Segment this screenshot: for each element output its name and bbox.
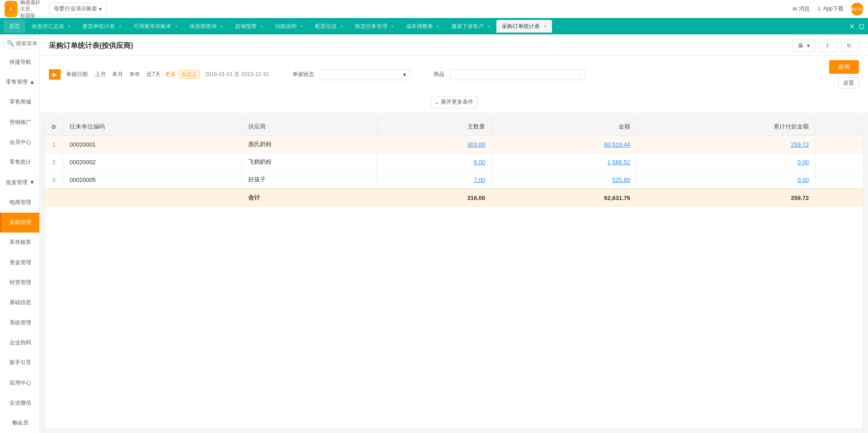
tab-shoufacun[interactable]: 收发存汇总表 × [26, 20, 76, 33]
top-right-area: ✉ 消息 ⇩ App下载 demo2 [793, 3, 863, 15]
expand-conditions-button[interactable]: ⌄ 展开更多条件 [430, 96, 477, 108]
logo-area: 6 畅捷通好生意 标题版 [5, 0, 44, 19]
tab-peizhi[interactable]: 配置信息 × [310, 20, 349, 33]
sidebar-item-caigou[interactable]: 采购管理 [0, 213, 39, 233]
custom-date-tag[interactable]: 自定义 [179, 70, 200, 79]
tab-kuyongliang[interactable]: 可用量库存账本 × [128, 20, 183, 33]
lingshojtj-label: 零售统计 [9, 158, 31, 166]
xitong-label: 系统管理 [9, 319, 31, 327]
search-input[interactable] [16, 40, 40, 47]
main-layout: 🔍 快捷导航 零售管理 ▲ 零售商城 营销推广 会员中心 零售统计 批发管理 ▼… [0, 34, 868, 433]
sidebar-item-qiyext[interactable]: 企业协同 [0, 333, 39, 352]
tab-home[interactable]: 首页 [4, 20, 25, 33]
tab-close-icon[interactable]: × [487, 24, 490, 29]
sidebar-item-changhuy[interactable]: 畅会员 [0, 413, 39, 433]
zijin-label: 资金管理 [9, 259, 31, 266]
status-select[interactable]: ▾ [320, 69, 410, 80]
collapse-filter-button[interactable]: ▶ [49, 69, 61, 80]
sidebar-item-yingyong[interactable]: 应用中心 [0, 373, 39, 393]
goods-input[interactable]: ··· [450, 69, 585, 80]
sidebar-item-jingying[interactable]: 经营管理 [0, 272, 39, 292]
jichu-label: 基础信息 [9, 299, 31, 306]
col-supplier: 供应商 [242, 118, 377, 136]
search-wrap: 🔍 [4, 38, 36, 48]
tab-caigou-active[interactable]: 采购订单统计表 × [496, 20, 552, 33]
table-row: 1 00020001 惠氏奶粉 303.00 60,519.44 259.72 [45, 136, 863, 153]
sidebar-item-dianshang[interactable]: 电商管理 [0, 192, 39, 212]
col-extra [816, 118, 863, 136]
table-header: ⚙ 往来单位编码 供应商 主数量 金额 累计付款金额 [45, 118, 863, 136]
row-qty: 7.00 [377, 171, 492, 189]
sidebar-item-qiyewx[interactable]: 企业微信 [0, 393, 39, 413]
query-button[interactable]: 查询 [829, 60, 859, 74]
shortcut-this-year[interactable]: 本年 [127, 70, 142, 79]
shangcheng-label: 零售商城 [9, 98, 31, 106]
tab-chengben[interactable]: 成本调整单 × [401, 20, 445, 33]
xinshou-label: 新手引导 [9, 359, 31, 366]
sidebar-item-zijin[interactable]: 资金管理 [0, 252, 39, 272]
tab-jianhuo[interactable]: 拣货任务管理 × [349, 20, 399, 33]
tab-chaochu[interactable]: 超储预警 × [230, 20, 269, 33]
tab-close-icon[interactable]: × [260, 24, 263, 29]
col-paid: 累计付款金额 [637, 118, 816, 136]
workspace-selector[interactable]: 母婴行业演示账套 ▾ [49, 3, 107, 15]
sidebar-item-huiyuan[interactable]: 会员中心 [0, 132, 39, 152]
print-button[interactable]: 🖶 ▾ [792, 40, 816, 52]
quicknav-label: 快捷导航 [9, 58, 31, 66]
chevron-down-icon: ▾ [403, 71, 406, 78]
goods-more-icon[interactable]: ··· [577, 71, 581, 78]
table-body: 1 00020001 惠氏奶粉 303.00 60,519.44 259.72 … [45, 136, 863, 189]
sidebar-item-xinshou[interactable]: 新手引导 [0, 353, 39, 373]
close-tab-icon[interactable]: ✕ [849, 22, 855, 31]
tab-close-icon[interactable]: × [300, 24, 303, 29]
tab-close-icon[interactable]: × [118, 24, 121, 29]
refresh-button[interactable]: ↻ [841, 40, 859, 52]
sidebar-item-shangcheng[interactable]: 零售商城 [0, 92, 39, 112]
tab-yaoqing[interactable]: 邀请下游客户 × [446, 20, 495, 33]
sidebar-item-xitong[interactable]: 系统管理 [0, 313, 39, 333]
date-range-display: 2016-01-01 至 2023-12-31 [205, 71, 269, 78]
tab-close-icon[interactable]: × [175, 24, 178, 29]
shortcut-this-month[interactable]: 本月 [110, 70, 125, 79]
caigou-label: 采购管理 [9, 219, 31, 226]
tab-gongneng[interactable]: 功能说明 × [269, 20, 308, 33]
app-download-button[interactable]: ⇩ App下载 [817, 5, 844, 13]
row-extra [816, 171, 863, 189]
pifa-label: 批发管理 [6, 179, 28, 186]
tab-yaohuo[interactable]: 要货单统计表 × [77, 20, 127, 33]
sidebar-item-lingshojtj[interactable]: 零售统计 [0, 152, 39, 172]
tab-close-icon[interactable]: × [68, 24, 71, 29]
filter-right-actions: 查询 设置 [829, 60, 859, 89]
row-paid: 259.72 [637, 136, 816, 153]
row-code: 00020005 [63, 171, 242, 189]
sidebar-item-kucun[interactable]: 库存核算 [0, 233, 39, 252]
tab-close-icon[interactable]: × [543, 24, 546, 29]
sidebar: 🔍 快捷导航 零售管理 ▲ 零售商城 营销推广 会员中心 零售统计 批发管理 ▼… [0, 34, 40, 433]
shortcut-more[interactable]: 更多 [165, 71, 176, 78]
expand-row: ⌄ 展开更多条件 [49, 92, 859, 108]
tab-close-icon[interactable]: × [437, 24, 439, 29]
nav-tabs-bar: 首页 收发存汇总表 × 要货单统计表 × 可用量库存账本 × 保质期查询 × 超… [0, 18, 868, 34]
sidebar-item-lingshou[interactable]: 零售管理 ▲ [0, 72, 39, 92]
tab-close-icon[interactable]: × [220, 24, 223, 29]
shortcut-7days[interactable]: 近7天 [145, 70, 162, 79]
tab-close-icon[interactable]: × [340, 24, 343, 29]
sidebar-item-pifa[interactable]: 批发管理 ▼ [0, 172, 39, 192]
settings-button[interactable]: 设置 [838, 77, 859, 89]
tab-close-icon[interactable]: × [391, 24, 394, 29]
header-actions: 🖶 ▾ ⇧ ↻ [792, 40, 859, 52]
app-logo: 6 [5, 1, 18, 17]
export-button[interactable]: ⇧ [819, 40, 837, 52]
avatar[interactable]: demo2 [851, 3, 863, 15]
footer-label: 合计 [242, 189, 377, 207]
sidebar-item-jichu[interactable]: 基础信息 [0, 293, 39, 313]
row-idx: 2 [45, 153, 63, 171]
messages-button[interactable]: ✉ 消息 [793, 5, 810, 13]
tab-baozhi[interactable]: 保质期查询 × [184, 20, 228, 33]
shortcut-last-month[interactable]: 上月 [93, 70, 108, 79]
table-row: 3 00020005 好孩子 7.00 525.80 0.00 [45, 171, 863, 189]
sidebar-item-quicknav[interactable]: 快捷导航 [0, 52, 39, 72]
table-footer: 合计 316.00 62,631.76 259.72 [45, 189, 863, 207]
maximize-tab-icon[interactable]: ⊡ [859, 22, 864, 31]
sidebar-item-yingxiao[interactable]: 营销推广 [0, 112, 39, 132]
